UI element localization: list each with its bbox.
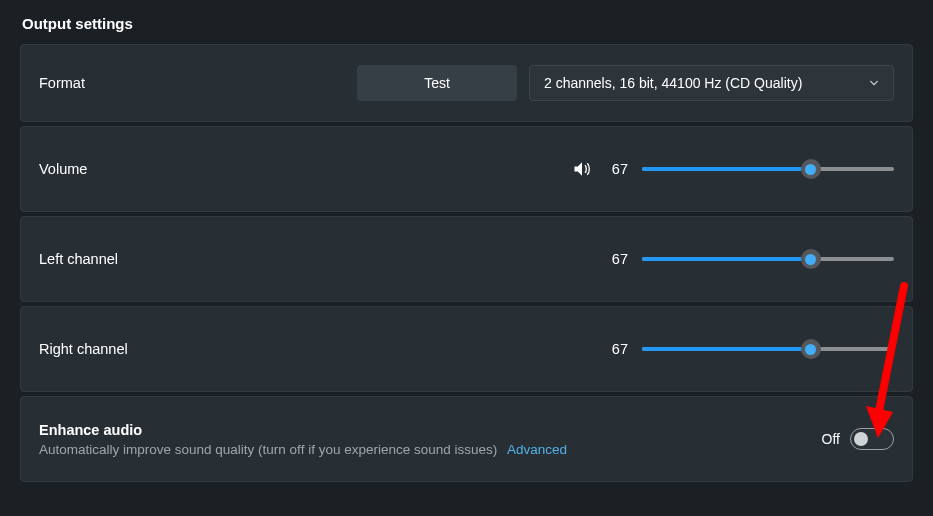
right-channel-value: 67	[606, 341, 628, 357]
enhance-title: Enhance audio	[39, 422, 567, 438]
left-channel-value: 67	[606, 251, 628, 267]
enhance-toggle[interactable]	[850, 428, 894, 450]
enhance-toggle-state: Off	[822, 431, 840, 447]
left-channel-slider[interactable]	[642, 251, 894, 267]
format-label: Format	[39, 75, 85, 91]
speaker-icon[interactable]	[572, 159, 592, 179]
volume-slider[interactable]	[642, 161, 894, 177]
right-channel-label: Right channel	[39, 341, 128, 357]
left-channel-card: Left channel 67	[20, 216, 913, 302]
format-card: Format Test 2 channels, 16 bit, 44100 Hz…	[20, 44, 913, 122]
format-dropdown[interactable]: 2 channels, 16 bit, 44100 Hz (CD Quality…	[529, 65, 894, 101]
test-button[interactable]: Test	[357, 65, 517, 101]
right-channel-card: Right channel 67	[20, 306, 913, 392]
volume-value: 67	[606, 161, 628, 177]
right-channel-slider[interactable]	[642, 341, 894, 357]
chevron-down-icon	[869, 78, 879, 88]
enhance-subtitle-row: Automatically improve sound quality (tur…	[39, 442, 567, 457]
enhance-audio-card: Enhance audio Automatically improve soun…	[20, 396, 913, 482]
enhance-subtitle: Automatically improve sound quality (tur…	[39, 442, 497, 457]
left-channel-label: Left channel	[39, 251, 118, 267]
volume-card: Volume 67	[20, 126, 913, 212]
section-title: Output settings	[20, 15, 913, 32]
format-dropdown-value: 2 channels, 16 bit, 44100 Hz (CD Quality…	[544, 75, 802, 91]
advanced-link[interactable]: Advanced	[507, 442, 567, 457]
volume-label: Volume	[39, 161, 87, 177]
